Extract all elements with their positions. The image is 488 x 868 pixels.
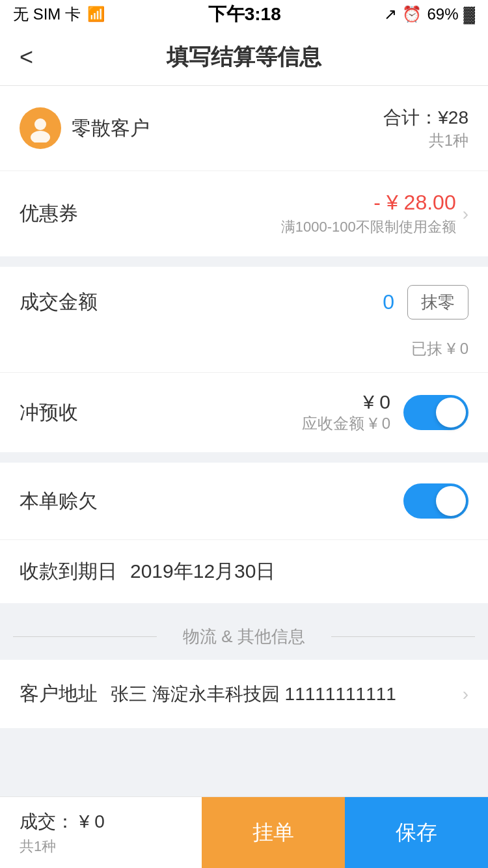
prepay-amount: ¥ 0 xyxy=(302,391,390,413)
svg-point-1 xyxy=(31,131,50,142)
date-row: 收款到期日 2019年12月30日 xyxy=(0,539,488,603)
transaction-label: 成交金额 xyxy=(20,289,98,316)
back-icon: < xyxy=(20,44,33,70)
transaction-section: 成交金额 抹零 已抹 ¥ 0 冲预收 ¥ 0 应收金额 ¥ 0 xyxy=(0,267,488,452)
address-value: 张三 海淀永丰科技园 11111111111 xyxy=(111,682,463,707)
battery-icon: ▓ xyxy=(463,5,475,23)
coupon-desc: 满1000-100不限制使用金额 xyxy=(281,217,456,237)
sep-line-left xyxy=(13,636,157,637)
round-zero-button[interactable]: 抹零 xyxy=(407,285,468,319)
status-left: 无 SIM 卡 📶 xyxy=(13,4,105,25)
due-date-label: 收款到期日 xyxy=(20,558,117,585)
debt-row: 本单赊欠 xyxy=(0,463,488,539)
transaction-sub: 已抹 ¥ 0 xyxy=(411,340,468,357)
prepay-sub: 应收金额 ¥ 0 xyxy=(302,413,390,434)
status-right: ↗ ⏰ 69% ▓ xyxy=(384,5,475,23)
page-title: 填写结算等信息 xyxy=(167,42,321,72)
trade-value: ¥ 0 xyxy=(79,811,105,832)
sim-label: 无 SIM 卡 xyxy=(13,4,81,25)
alarm-icon: ⏰ xyxy=(402,5,422,23)
customer-section: 零散客户 合计：¥28 共1种 优惠券 - ¥ 28.00 满1000-100不… xyxy=(0,86,488,256)
address-arrow-icon: › xyxy=(463,684,468,705)
prepay-label: 冲预收 xyxy=(20,400,78,426)
debt-toggle[interactable] xyxy=(403,483,468,519)
customer-row: 零散客户 合计：¥28 共1种 xyxy=(0,86,488,170)
address-label: 客户地址 xyxy=(20,681,98,707)
address-section: 客户地址 张三 海淀永丰科技园 11111111111 › xyxy=(0,660,488,728)
save-button[interactable]: 保存 xyxy=(345,797,488,869)
bottom-count: 共1种 xyxy=(20,837,182,856)
due-date-value: 2019年12月30日 xyxy=(130,558,275,585)
transaction-right: 抹零 xyxy=(342,285,468,319)
prepay-amount-wrap: ¥ 0 应收金额 ¥ 0 xyxy=(302,391,390,434)
transaction-row: 成交金额 抹零 xyxy=(0,267,488,338)
coupon-amount: - ¥ 28.00 xyxy=(281,191,456,215)
avatar xyxy=(20,107,61,149)
debt-toggle-knob xyxy=(436,486,466,516)
toggle-knob xyxy=(436,398,466,427)
total-count: 共1种 xyxy=(383,130,468,151)
hang-button-label: 挂单 xyxy=(252,819,294,847)
customer-name: 零散客户 xyxy=(72,115,150,142)
coupon-label: 优惠券 xyxy=(20,200,78,227)
coupon-detail: - ¥ 28.00 满1000-100不限制使用金额 xyxy=(281,191,456,237)
hang-button[interactable]: 挂单 xyxy=(202,797,345,869)
nav-bar: < 填写结算等信息 xyxy=(0,29,488,86)
prepay-right: ¥ 0 应收金额 ¥ 0 xyxy=(302,391,468,434)
bottom-info: 成交： ¥ 0 共1种 xyxy=(0,809,202,856)
status-time: 下午3:18 xyxy=(208,2,281,27)
coupon-row[interactable]: 优惠券 - ¥ 28.00 满1000-100不限制使用金额 › xyxy=(0,170,488,256)
prepay-toggle[interactable] xyxy=(403,395,468,430)
bottom-trade: 成交： ¥ 0 xyxy=(20,809,182,834)
transaction-input[interactable] xyxy=(342,290,394,314)
trade-label: 成交： xyxy=(20,811,74,832)
back-button[interactable]: < xyxy=(20,44,33,71)
separator-label: 物流 & 其他信息 xyxy=(183,625,305,648)
sep-line-right xyxy=(331,636,475,637)
coupon-right: - ¥ 28.00 满1000-100不限制使用金额 › xyxy=(281,191,468,237)
customer-left: 零散客户 xyxy=(20,107,150,149)
total-amount: 合计：¥28 xyxy=(383,105,468,130)
address-row[interactable]: 客户地址 张三 海淀永丰科技园 11111111111 › xyxy=(0,660,488,728)
debt-section: 本单赊欠 收款到期日 2019年12月30日 xyxy=(0,463,488,603)
status-bar: 无 SIM 卡 📶 下午3:18 ↗ ⏰ 69% ▓ xyxy=(0,0,488,29)
save-button-label: 保存 xyxy=(396,819,437,847)
coupon-arrow-icon: › xyxy=(463,204,468,224)
debt-label: 本单赊欠 xyxy=(20,488,98,515)
location-icon: ↗ xyxy=(384,5,397,23)
battery-label: 69% xyxy=(427,5,458,23)
bottom-bar: 成交： ¥ 0 共1种 挂单 保存 xyxy=(0,796,488,868)
prepay-row: 冲预收 ¥ 0 应收金额 ¥ 0 xyxy=(0,372,488,452)
wifi-icon: 📶 xyxy=(87,6,105,23)
separator-section: 物流 & 其他信息 xyxy=(0,614,488,660)
svg-point-0 xyxy=(34,118,46,130)
customer-right: 合计：¥28 共1种 xyxy=(383,105,468,151)
